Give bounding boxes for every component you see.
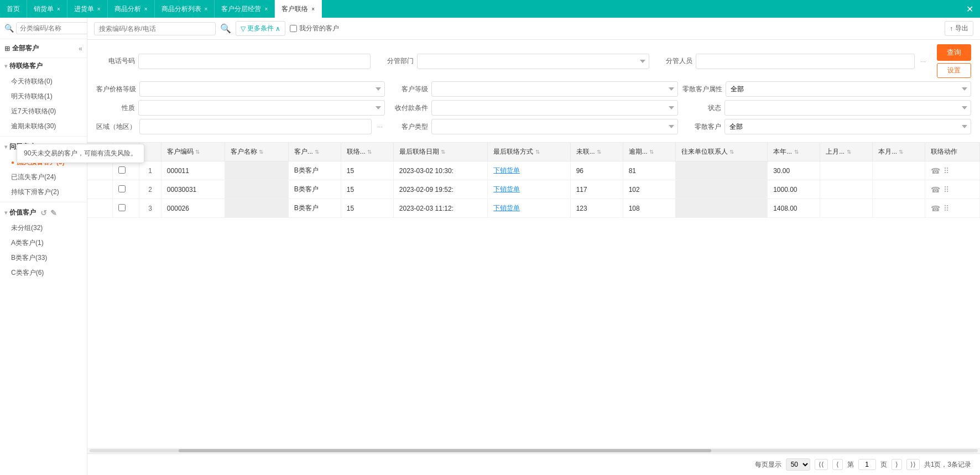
- query-button[interactable]: 查询: [937, 44, 971, 61]
- more-icon-2[interactable]: ⠿: [943, 204, 949, 213]
- sidebar-group-header-value[interactable]: ▾ 价值客户 ↺ ✎: [0, 205, 87, 221]
- nature-select[interactable]: [138, 100, 385, 116]
- refresh-icon[interactable]: ↺: [40, 208, 47, 217]
- action-icons-1[interactable]: ☎ ⠿: [931, 185, 974, 194]
- sort-type-icon[interactable]: ⇅: [315, 149, 319, 155]
- sort-contact-icon[interactable]: ⇅: [367, 149, 372, 155]
- sidebar-search-input[interactable]: [16, 22, 87, 34]
- sort-overdue-icon[interactable]: ⇅: [649, 149, 654, 155]
- zero-customer-select[interactable]: 全部: [724, 119, 971, 134]
- filter-search-input[interactable]: [94, 22, 216, 35]
- sort-year-icon[interactable]: ⇅: [794, 149, 799, 155]
- row-checkbox-2[interactable]: [112, 199, 139, 218]
- customer-type-select[interactable]: [431, 119, 678, 134]
- sidebar-item-overdue[interactable]: 逾期未联络(30): [0, 119, 87, 134]
- col-last-contact-method-header[interactable]: 最后联络方式 ⇅: [488, 143, 570, 161]
- sidebar-collapse-icon[interactable]: «: [79, 45, 82, 53]
- more-icon-1[interactable]: ⠿: [943, 185, 949, 194]
- col-name-header[interactable]: 客户名称 ⇅: [225, 143, 288, 161]
- export-button[interactable]: ↑ 导出: [945, 21, 973, 36]
- sidebar-item-class-c[interactable]: C类客户(6): [0, 265, 87, 280]
- sidebar-group-header-pending[interactable]: ▾ 待联络客户: [0, 58, 87, 74]
- person-dotdot[interactable]: ···: [918, 58, 928, 65]
- sidebar-item-tomorrow[interactable]: 明天待联络(1): [0, 89, 87, 104]
- status-select[interactable]: [724, 100, 971, 116]
- tab-close-purchase[interactable]: ×: [97, 6, 101, 12]
- sort-code-icon[interactable]: ⇅: [195, 149, 200, 155]
- tab-home[interactable]: 首页: [0, 0, 27, 18]
- action-icons-0[interactable]: ☎ ⠿: [931, 166, 974, 175]
- window-close-button[interactable]: ✕: [960, 4, 980, 14]
- row-checkbox-1[interactable]: [112, 180, 139, 199]
- tab-product-list[interactable]: 商品分析列表 ×: [155, 0, 215, 18]
- tab-close-product-list[interactable]: ×: [205, 6, 208, 12]
- region-input[interactable]: [139, 119, 372, 134]
- sort-method-icon[interactable]: ⇅: [535, 149, 540, 155]
- row-action-0[interactable]: ☎ ⠿: [925, 161, 980, 180]
- person-input[interactable]: [696, 54, 915, 69]
- tab-product-analysis[interactable]: 商品分析 ×: [108, 0, 155, 18]
- col-contact-header[interactable]: 联络... ⇅: [341, 143, 393, 161]
- row-action-2[interactable]: ☎ ⠿: [925, 199, 980, 218]
- sort-date-icon[interactable]: ⇅: [441, 149, 445, 155]
- sort-this-month-icon[interactable]: ⇅: [899, 149, 903, 155]
- payment-select[interactable]: [431, 100, 678, 116]
- sidebar-item-7days[interactable]: 近7天待联络(0): [0, 104, 87, 119]
- action-icons-2[interactable]: ☎ ⠿: [931, 204, 974, 213]
- sort-uncontacted-icon[interactable]: ⇅: [597, 149, 601, 155]
- col-code-header[interactable]: 客户编码 ⇅: [161, 143, 225, 161]
- tab-purchase[interactable]: 进货单 ×: [67, 0, 108, 18]
- row-last-contact-method-0[interactable]: 下销货单: [488, 161, 570, 180]
- tab-customer-contact[interactable]: 客户联络 ×: [275, 0, 322, 18]
- scrollbar-track[interactable]: [90, 449, 978, 452]
- sidebar-item-today[interactable]: 今天待联络(0): [0, 74, 87, 89]
- contact-icon-2[interactable]: ☎: [931, 204, 940, 213]
- row-last-contact-method-1[interactable]: 下销货单: [488, 180, 570, 199]
- zero-attr-select[interactable]: 全部: [726, 81, 971, 97]
- tab-customer-tier[interactable]: 客户分层经营 ×: [215, 0, 275, 18]
- prev-page-button[interactable]: ⟨: [832, 459, 843, 470]
- first-page-button[interactable]: ⟨⟨: [815, 459, 828, 470]
- tab-close-sales[interactable]: ×: [57, 6, 60, 12]
- row-checkbox-0[interactable]: [112, 161, 139, 180]
- tab-close-customer-contact[interactable]: ×: [311, 6, 315, 12]
- col-type-header[interactable]: 客户... ⇅: [288, 143, 341, 161]
- col-this-year-header[interactable]: 本年... ⇅: [768, 143, 820, 161]
- per-page-select[interactable]: 50: [786, 458, 810, 471]
- my-customers-checkbox[interactable]: [290, 25, 297, 32]
- col-overdue-header[interactable]: 逾期... ⇅: [623, 143, 675, 161]
- tab-sales[interactable]: 销货单 ×: [27, 0, 67, 18]
- filter-search-button[interactable]: 🔍: [220, 23, 231, 34]
- col-unit-contacts-header[interactable]: 往来单位联系人 ⇅: [675, 143, 768, 161]
- sidebar-item-churned[interactable]: 已流失客户(24): [0, 170, 87, 185]
- scrollbar-thumb[interactable]: [179, 449, 712, 452]
- row-action-1[interactable]: ☎ ⠿: [925, 180, 980, 199]
- phone-input[interactable]: [138, 54, 371, 69]
- page-number-input[interactable]: [858, 459, 876, 470]
- col-this-month-header[interactable]: 本月... ⇅: [873, 143, 925, 161]
- sort-unit-icon[interactable]: ⇅: [729, 149, 734, 155]
- sidebar-item-class-b[interactable]: B类客户(33): [0, 250, 87, 265]
- sidebar-item-declining[interactable]: 持续下滑客户(2): [0, 185, 87, 200]
- contact-icon-0[interactable]: ☎: [931, 166, 940, 175]
- horizontal-scrollbar[interactable]: [87, 448, 980, 453]
- region-dotdot[interactable]: ···: [375, 123, 385, 131]
- more-conditions-button[interactable]: ▽ 更多条件 ∧: [236, 21, 285, 36]
- row-last-contact-method-2[interactable]: 下销货单: [488, 199, 570, 218]
- sidebar-all-customers[interactable]: ⊞ 全部客户 «: [0, 39, 87, 58]
- last-page-button[interactable]: ⟩⟩: [906, 459, 920, 470]
- my-customers-checkbox-label[interactable]: 我分管的客户: [290, 24, 339, 33]
- tab-close-product-analysis[interactable]: ×: [144, 6, 148, 12]
- price-level-select[interactable]: [139, 81, 385, 97]
- customer-level-select[interactable]: [431, 81, 678, 97]
- sidebar-item-class-a[interactable]: A类客户(1): [0, 236, 87, 250]
- sidebar-item-ungrouped[interactable]: 未分组(32): [0, 221, 87, 236]
- sort-name-icon[interactable]: ⇅: [259, 149, 263, 155]
- contact-icon-1[interactable]: ☎: [931, 185, 940, 194]
- sort-last-month-icon[interactable]: ⇅: [847, 149, 851, 155]
- settings-button[interactable]: 设置: [937, 63, 971, 78]
- col-uncontacted-header[interactable]: 未联... ⇅: [570, 143, 623, 161]
- next-page-button[interactable]: ⟩: [892, 459, 902, 470]
- tab-close-customer-tier[interactable]: ×: [264, 6, 268, 12]
- col-last-contact-date-header[interactable]: 最后联络日期 ⇅: [393, 143, 487, 161]
